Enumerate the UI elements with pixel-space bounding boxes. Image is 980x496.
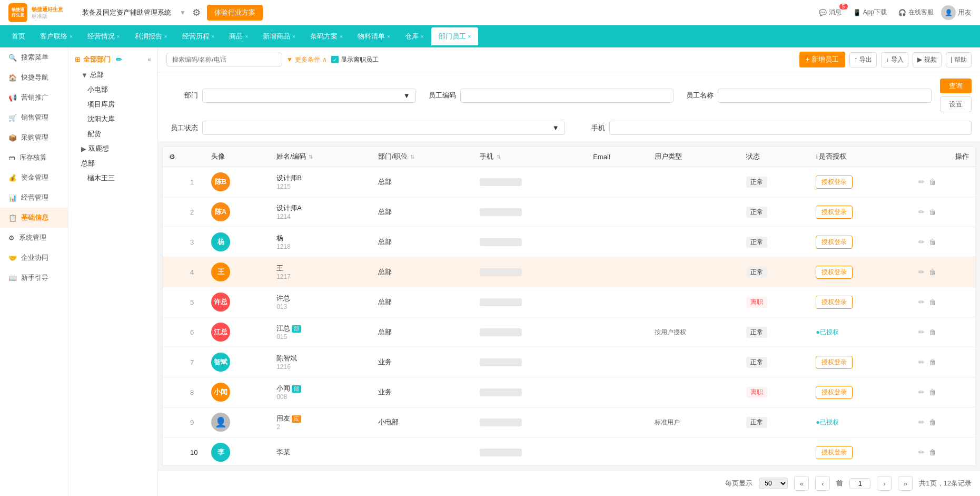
prev-page-button[interactable]: ‹ bbox=[815, 476, 830, 491]
left-nav-item-collab[interactable]: 🤝 企业协同 bbox=[0, 248, 68, 268]
nav-tab-close[interactable]: × bbox=[212, 34, 215, 40]
dept-node-pumiuwangsan[interactable]: 槠木王三 bbox=[68, 171, 157, 186]
first-page-button[interactable]: « bbox=[794, 476, 809, 491]
show-resigned-checkbox[interactable]: ✓ bbox=[331, 56, 339, 63]
th-phone[interactable]: 手机 ⇅ bbox=[473, 147, 587, 167]
th-name[interactable]: 姓名/编码 ⇅ bbox=[270, 147, 372, 167]
page-size-select[interactable]: 50 20 100 bbox=[759, 478, 788, 489]
delete-icon-6[interactable]: 🗑 bbox=[929, 358, 936, 366]
emp-status-select[interactable]: ▼ bbox=[202, 121, 565, 135]
nav-tab-物料清单[interactable]: 物料清单× bbox=[350, 27, 398, 45]
th-dept[interactable]: 部门/职位 ⇅ bbox=[372, 147, 473, 167]
edit-icon-2[interactable]: ✏ bbox=[918, 238, 925, 246]
nav-tab-利润报告[interactable]: 利润报告× bbox=[127, 27, 175, 45]
video-button[interactable]: ▶ 视频 bbox=[913, 52, 942, 67]
delete-icon-4[interactable]: 🗑 bbox=[929, 298, 936, 306]
nav-tab-close[interactable]: × bbox=[164, 34, 167, 40]
nav-tab-close[interactable]: × bbox=[340, 34, 343, 40]
nav-tab-经营情况[interactable]: 经营情况× bbox=[80, 27, 127, 45]
left-nav-item-sys-mgmt[interactable]: ⚙ 系统管理 bbox=[0, 228, 68, 248]
dept-node-xiangmu[interactable]: 项目库房 bbox=[68, 97, 157, 112]
dept-collapse-icon[interactable]: « bbox=[147, 56, 151, 63]
last-page-button[interactable]: » bbox=[898, 476, 913, 491]
export-button[interactable]: ↑ 导出 bbox=[849, 52, 877, 67]
query-button[interactable]: 查询 bbox=[940, 79, 972, 93]
edit-icon-3[interactable]: ✏ bbox=[918, 268, 925, 276]
sys-title-arrow[interactable]: ▼ bbox=[180, 9, 186, 16]
nav-tab-商品[interactable]: 商品× bbox=[222, 27, 255, 45]
left-nav-item-operations[interactable]: 📊 经营管理 bbox=[0, 188, 68, 208]
nav-tab-经营历程[interactable]: 经营历程× bbox=[175, 27, 222, 45]
edit-icon-4[interactable]: ✏ bbox=[918, 298, 925, 306]
emp-name-input[interactable] bbox=[718, 89, 932, 103]
app-download-button[interactable]: 📱 App下载 bbox=[849, 6, 891, 19]
left-nav-item-sales[interactable]: 🛒 销售管理 bbox=[0, 108, 68, 128]
next-page-button[interactable]: › bbox=[877, 476, 892, 491]
user-area[interactable]: 👤 用友 bbox=[941, 5, 972, 20]
auth-btn-9[interactable]: 授权登录 bbox=[816, 446, 853, 459]
delete-icon-7[interactable]: 🗑 bbox=[929, 388, 936, 396]
auth-button-3[interactable]: 授权登录 bbox=[816, 266, 853, 279]
delete-icon-0[interactable]: 🗑 bbox=[929, 178, 936, 186]
left-nav-item-basic-info[interactable]: 📋 基础信息 bbox=[0, 208, 68, 228]
nav-tab-仓库[interactable]: 仓库× bbox=[398, 27, 431, 45]
edit-icon-1[interactable]: ✏ bbox=[918, 208, 925, 216]
dept-select[interactable]: ▼ bbox=[202, 89, 416, 103]
edit-icon-7[interactable]: ✏ bbox=[918, 388, 925, 396]
edit-icon-6[interactable]: ✏ bbox=[918, 358, 925, 366]
show-resigned-toggle[interactable]: ✓ 显示离职员工 bbox=[331, 55, 379, 64]
left-nav-item-inventory[interactable]: 🗃 库存核算 bbox=[0, 148, 68, 168]
nav-tab-close[interactable]: × bbox=[245, 34, 248, 40]
dept-header[interactable]: ⊞ 全部部门 ✏ « bbox=[68, 52, 157, 67]
settings-icon[interactable]: ⚙ bbox=[192, 7, 201, 18]
auth-button-2[interactable]: 授权登录 bbox=[816, 236, 853, 249]
help-button[interactable]: | 帮助 bbox=[946, 52, 972, 67]
nav-tab-客户联络[interactable]: 客户联络× bbox=[33, 27, 80, 45]
nav-tab-close[interactable]: × bbox=[292, 34, 295, 40]
nav-tab-部门员工[interactable]: 部门员工× bbox=[431, 27, 479, 45]
delete-icon-2[interactable]: 🗑 bbox=[929, 238, 936, 246]
auth-button-0[interactable]: 授权登录 bbox=[816, 176, 853, 189]
emp-code-input[interactable] bbox=[460, 89, 674, 103]
edit-icon-9[interactable]: ✏ bbox=[918, 448, 925, 456]
auth-button-4[interactable]: 授权登录 bbox=[816, 296, 853, 309]
delete-icon-8[interactable]: 🗑 bbox=[929, 418, 936, 426]
auth-button-6[interactable]: 授权登录 bbox=[816, 356, 853, 369]
nav-tab-close[interactable]: × bbox=[421, 34, 424, 40]
nav-tab-首页[interactable]: 首页 bbox=[4, 27, 33, 45]
nav-tab-close[interactable]: × bbox=[70, 34, 73, 40]
nav-tab-新增商品[interactable]: 新增商品× bbox=[255, 27, 303, 45]
left-nav-item-guide[interactable]: 📖 新手引导 bbox=[0, 268, 68, 288]
nav-tab-条码方案[interactable]: 条码方案× bbox=[303, 27, 350, 45]
nav-tab-close[interactable]: × bbox=[468, 34, 471, 40]
delete-icon-1[interactable]: 🗑 bbox=[929, 208, 936, 216]
nav-tab-close[interactable]: × bbox=[117, 34, 120, 40]
left-nav-item-purchase[interactable]: 📦 采购管理 bbox=[0, 128, 68, 148]
dept-node-peihuo[interactable]: 配货 bbox=[68, 127, 157, 141]
add-employee-button[interactable]: + 新增员工 bbox=[799, 52, 845, 67]
edit-icon-0[interactable]: ✏ bbox=[918, 178, 925, 186]
edit-icon-5[interactable]: ✏ bbox=[918, 328, 925, 336]
gear-icon[interactable]: ⚙ bbox=[169, 153, 175, 161]
dept-node-xiaodianbu[interactable]: 小电部 bbox=[68, 82, 157, 97]
edit-icon-8[interactable]: ✏ bbox=[918, 418, 925, 426]
left-nav-item-marketing[interactable]: 📢 营销推广 bbox=[0, 87, 68, 108]
settings-button[interactable]: 设置 bbox=[940, 96, 972, 112]
left-nav-item-finance[interactable]: 💰 资金管理 bbox=[0, 168, 68, 188]
left-nav-item-search-menu[interactable]: 🔍 搜索菜单 bbox=[0, 47, 68, 67]
auth-button-7[interactable]: 授权登录 bbox=[816, 386, 853, 399]
trial-button[interactable]: 体验行业方案 bbox=[207, 5, 263, 21]
page-number-input[interactable] bbox=[849, 478, 870, 489]
message-button[interactable]: 💬 消息 5 bbox=[815, 6, 846, 19]
auth-button-1[interactable]: 授权登录 bbox=[816, 206, 853, 219]
dept-header-edit-icon[interactable]: ✏ bbox=[116, 55, 122, 64]
delete-icon-3[interactable]: 🗑 bbox=[929, 268, 936, 276]
delete-icon-5[interactable]: 🗑 bbox=[929, 328, 936, 336]
dept-node-zongbu-root[interactable]: ▼ 总部 bbox=[68, 67, 157, 82]
delete-icon-9[interactable]: 🗑 bbox=[929, 448, 936, 456]
filter-button[interactable]: ▼ 更多条件 ∧ bbox=[286, 55, 327, 64]
dept-node-zongbu2[interactable]: 总部 bbox=[68, 156, 157, 171]
nav-tab-close[interactable]: × bbox=[387, 34, 390, 40]
dept-node-shenyang[interactable]: 沈阳大库 bbox=[68, 112, 157, 127]
import-button[interactable]: ↓ 导入 bbox=[881, 52, 908, 67]
